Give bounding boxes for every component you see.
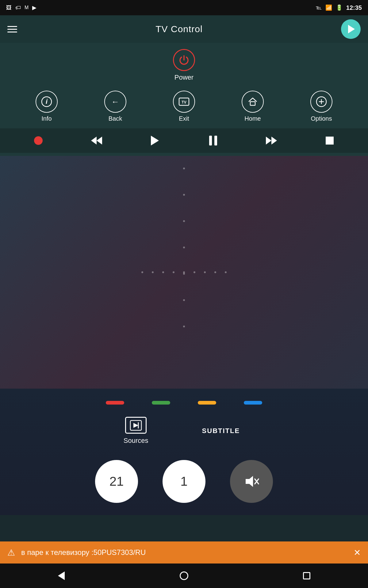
notification-close-button[interactable]: ✕ bbox=[354, 548, 361, 558]
battery-icon: 🔋 bbox=[336, 4, 343, 11]
options-button[interactable]: Options bbox=[310, 91, 332, 122]
svg-text:TV: TV bbox=[182, 100, 186, 104]
exit-label: Exit bbox=[179, 115, 189, 122]
back-button[interactable]: ← Back bbox=[104, 91, 126, 122]
svg-text:i: i bbox=[46, 98, 48, 105]
back-icon: ← bbox=[104, 91, 126, 113]
app-title: TV Control bbox=[155, 24, 202, 34]
status-left-icons: 🖼 🏷 M ▶ bbox=[6, 0, 36, 15]
number-21-button[interactable]: 21 bbox=[95, 460, 138, 503]
power-section: Power bbox=[0, 49, 368, 81]
red-button[interactable] bbox=[106, 401, 124, 405]
color-buttons-row bbox=[0, 398, 368, 405]
notification-text: в паре к телевизору :50PUS7303/RU bbox=[21, 548, 347, 557]
warning-icon: ⚠ bbox=[7, 548, 15, 558]
remote-bottom-section: Sources SUBTITLE 21 1 bbox=[0, 389, 368, 515]
number-21-label: 21 bbox=[109, 474, 124, 489]
android-back-button[interactable] bbox=[54, 568, 69, 583]
rewind-button[interactable] bbox=[89, 133, 104, 148]
blue-button[interactable] bbox=[244, 401, 262, 405]
playback-controls bbox=[0, 128, 368, 153]
svg-marker-10 bbox=[151, 136, 159, 145]
recents-square-icon bbox=[303, 572, 310, 579]
number-1-label: 1 bbox=[180, 474, 187, 489]
nav-buttons-row: i Info ← Back TV Exit Home Op bbox=[0, 88, 368, 128]
play-store-icon: ▶ bbox=[32, 4, 36, 11]
android-recents-button[interactable] bbox=[299, 568, 314, 583]
home-circle-icon bbox=[180, 571, 188, 580]
home-button[interactable]: Home bbox=[242, 91, 264, 122]
svg-rect-11 bbox=[209, 136, 212, 145]
gmail-icon: M bbox=[25, 5, 29, 10]
play-button[interactable] bbox=[147, 133, 163, 148]
dpad-section[interactable] bbox=[0, 156, 368, 389]
pause-button[interactable] bbox=[205, 133, 221, 148]
subtitle-label: SUBTITLE bbox=[202, 427, 240, 435]
sources-button[interactable]: Sources bbox=[124, 417, 148, 445]
back-triangle-icon bbox=[58, 571, 65, 580]
record-button[interactable] bbox=[31, 133, 46, 148]
notification-bar: ⚠ в паре к телевизору :50PUS7303/RU ✕ bbox=[0, 541, 368, 564]
picture-icon: 🖼 bbox=[6, 5, 12, 11]
toolbar: TV Control bbox=[0, 15, 368, 43]
play-fab[interactable] bbox=[341, 19, 361, 39]
status-time: 12:35 bbox=[346, 4, 362, 11]
stop-icon bbox=[326, 137, 334, 145]
info-label: Info bbox=[41, 115, 52, 122]
fast-forward-button[interactable] bbox=[264, 133, 279, 148]
options-label: Options bbox=[311, 115, 332, 122]
stop-button[interactable] bbox=[322, 133, 337, 148]
svg-rect-12 bbox=[214, 136, 217, 145]
info-button[interactable]: i Info bbox=[36, 91, 58, 122]
svg-marker-9 bbox=[91, 137, 97, 145]
power-button[interactable] bbox=[173, 49, 195, 71]
menu-icon[interactable] bbox=[7, 26, 17, 32]
info-icon: i bbox=[36, 91, 58, 113]
exit-icon: TV bbox=[173, 91, 195, 113]
number-buttons-row: 21 1 bbox=[0, 460, 368, 503]
android-home-button[interactable] bbox=[176, 568, 192, 583]
sources-icon bbox=[125, 417, 147, 434]
svg-rect-4 bbox=[250, 102, 255, 105]
subtitle-button[interactable]: SUBTITLE bbox=[197, 422, 245, 439]
green-button[interactable] bbox=[152, 401, 170, 405]
svg-marker-8 bbox=[97, 137, 102, 145]
sources-row: Sources SUBTITLE bbox=[0, 417, 368, 445]
home-label: Home bbox=[244, 115, 261, 122]
yellow-button[interactable] bbox=[198, 401, 216, 405]
sources-label: Sources bbox=[124, 437, 148, 445]
svg-marker-14 bbox=[271, 137, 277, 145]
home-icon bbox=[242, 91, 264, 113]
dpad-h-dots bbox=[141, 271, 227, 273]
options-icon bbox=[310, 91, 332, 113]
status-bar: 🖼 🏷 M ▶ ℡ 📶 🔋 12:35 bbox=[0, 0, 368, 15]
number-1-button[interactable]: 1 bbox=[163, 460, 205, 503]
svg-marker-13 bbox=[266, 137, 271, 145]
mute-button[interactable] bbox=[230, 460, 273, 503]
record-dot-icon bbox=[34, 136, 43, 145]
remote-top-section: Power i Info ← Back TV Exit Home bbox=[0, 43, 368, 156]
svg-marker-18 bbox=[246, 476, 253, 487]
tag-icon: 🏷 bbox=[15, 5, 21, 11]
power-label: Power bbox=[174, 74, 194, 81]
wifi-icon: 📶 bbox=[325, 4, 332, 11]
dpad-decoration bbox=[183, 168, 185, 327]
exit-button[interactable]: TV Exit bbox=[173, 91, 195, 122]
svg-marker-16 bbox=[133, 423, 138, 428]
bluetooth-icon: ℡ bbox=[316, 4, 322, 11]
android-nav-bar bbox=[0, 564, 368, 588]
back-label: Back bbox=[109, 115, 122, 122]
